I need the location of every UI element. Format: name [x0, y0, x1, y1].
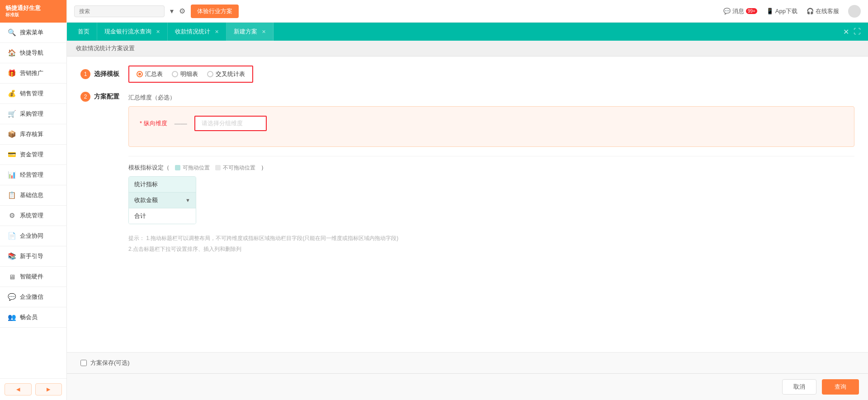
sidebar-item-enterprise-wechat[interactable]: 💬 企业微信 — [0, 287, 66, 307]
template-options: 汇总表 明细表 交叉统计表 — [128, 66, 253, 83]
chart-icon: 📊 — [7, 170, 16, 179]
tabbar: 首页 现金银行流水查询 ✕ 收款情况统计 ✕ 新建方案 ✕ ✕ ⛶ — [67, 23, 868, 41]
legend-draggable: 可拖动位置 — [175, 164, 210, 172]
sidebar-item-smart-hw[interactable]: 🖥 智能硬件 — [0, 267, 66, 287]
tabbar-actions: ✕ ⛶ — [843, 28, 864, 36]
stats-metric-row: 收款金额 ▼ — [129, 193, 196, 208]
metric-dropdown-icon[interactable]: ▼ — [185, 198, 190, 203]
sidebar-item-label: 系统管理 — [20, 212, 43, 220]
stats-header-label: 统计指标 — [134, 180, 158, 188]
search-menu-icon: 🔍 — [7, 28, 16, 37]
sidebar-item-label: 基础信息 — [20, 191, 43, 199]
message-icon: 💬 — [723, 8, 731, 14]
sidebar-item-sales[interactable]: 💰 销售管理 — [0, 84, 66, 104]
trial-btn[interactable]: 体验行业方案 — [191, 5, 239, 18]
main-content: ▾ ⚙ 体验行业方案 💬 消息 99+ 📱 App下载 🎧 在线客服 首页 — [67, 0, 868, 400]
topbar: ▾ ⚙ 体验行业方案 💬 消息 99+ 📱 App下载 🎧 在线客服 — [67, 0, 868, 23]
save-row: 方案保存(可选) — [67, 352, 868, 373]
step2-label: 方案配置 — [94, 92, 119, 101]
save-checkbox[interactable] — [80, 360, 87, 366]
sidebar-item-label: 企业微信 — [20, 293, 43, 301]
cancel-button[interactable]: 取消 — [782, 379, 816, 395]
monitor-icon: 🖥 — [7, 272, 16, 281]
sidebar-item-label: 畅会员 — [20, 313, 38, 321]
tab-bank-flow-close[interactable]: ✕ — [156, 29, 160, 35]
sidebar-item-finance[interactable]: 💳 资金管理 — [0, 145, 66, 165]
search-input[interactable] — [74, 5, 165, 17]
page-title: 收款情况统计方案设置 — [67, 41, 868, 56]
sidebar-item-operations[interactable]: 📊 经营管理 — [0, 165, 66, 185]
tab-bank-flow[interactable]: 现金银行流水查询 ✕ — [97, 23, 168, 41]
tab-close-window-icon[interactable]: ✕ — [843, 28, 849, 36]
notification-item[interactable]: 💬 消息 99+ — [723, 7, 757, 15]
sidebar-item-label: 智能硬件 — [20, 273, 43, 281]
tab-new-plan[interactable]: 新建方案 ✕ — [226, 23, 274, 41]
search-dropdown-icon[interactable]: ▾ — [170, 7, 174, 15]
tab-new-plan-label: 新建方案 — [234, 28, 257, 36]
sidebar-collapse-btn[interactable]: ◀ — [5, 383, 32, 395]
download-icon: 📱 — [766, 8, 774, 14]
user-avatar[interactable] — [848, 5, 861, 18]
sidebar-item-basic-info[interactable]: 📋 基础信息 — [0, 185, 66, 206]
doc-icon: 📄 — [7, 231, 16, 240]
headset-icon: 🎧 — [807, 8, 814, 14]
clipboard-icon: 📋 — [7, 191, 16, 200]
radio-summary-label: 汇总表 — [145, 70, 163, 78]
service-item[interactable]: 🎧 在线客服 — [807, 7, 839, 15]
tips-section: 提示： 1.拖动标题栏可以调整布局，不可跨维度或指标区域拖动栏目字段(只能在同一… — [128, 233, 854, 254]
topbar-right: 💬 消息 99+ 📱 App下载 🎧 在线客服 — [723, 5, 861, 18]
tab-collection-stats[interactable]: 收款情况统计 ✕ — [168, 23, 226, 41]
sidebar-item-enterprise-coop[interactable]: 📄 企业协同 — [0, 226, 66, 246]
service-label: 在线客服 — [816, 7, 839, 15]
radio-summary-circle — [137, 71, 143, 77]
app-name: 畅捷通好生意 — [5, 5, 41, 12]
sidebar-item-label: 库存核算 — [20, 130, 43, 138]
save-label: 方案保存(可选) — [90, 359, 130, 367]
sidebar-item-system[interactable]: ⚙ 系统管理 — [0, 206, 66, 226]
card-icon: 💳 — [7, 150, 16, 159]
legend-fixed-label: 不可拖动位置 — [223, 164, 255, 172]
tab-collection-stats-close[interactable]: ✕ — [215, 29, 219, 35]
sidebar-item-label: 采购管理 — [20, 110, 43, 118]
tab-new-plan-close[interactable]: ✕ — [262, 29, 266, 35]
footer-bar: 取消 查询 — [67, 373, 868, 400]
divider-1 — [128, 156, 854, 156]
sidebar-expand-btn[interactable]: ▶ — [35, 383, 62, 395]
content-area: 收款情况统计方案设置 1 选择模板 汇总表 明细表 — [67, 41, 868, 400]
tab-expand-icon[interactable]: ⛶ — [854, 28, 861, 36]
sidebar-item-purchase[interactable]: 🛒 采购管理 — [0, 104, 66, 124]
step1-label: 选择模板 — [94, 70, 119, 78]
sidebar-item-guide[interactable]: 📚 新手引导 — [0, 246, 66, 267]
sidebar-item-search-menu[interactable]: 🔍 搜索菜单 — [0, 23, 66, 43]
radio-summary[interactable]: 汇总表 — [137, 70, 163, 78]
download-item[interactable]: 📱 App下载 — [766, 7, 797, 15]
indicators-title-row: 模板指标设定（ 可拖动位置 不可拖动位置 ） — [128, 164, 854, 172]
sidebar-item-inventory[interactable]: 📦 库存核算 — [0, 124, 66, 145]
sidebar-item-member[interactable]: 👥 畅会员 — [0, 307, 66, 328]
radio-cross[interactable]: 交叉统计表 — [207, 70, 245, 78]
step1-row: 1 选择模板 汇总表 明细表 交叉统计表 — [80, 66, 854, 83]
metric-sub-label: 合计 — [134, 212, 146, 220]
sidebar-item-label: 新手引导 — [20, 252, 43, 260]
dimension-area: * 纵向维度 —— 请选择分组维度 — [128, 106, 854, 147]
notification-label: 消息 — [732, 7, 744, 15]
indicators-title-suffix: ） — [261, 164, 267, 172]
form-section: 1 选择模板 汇总表 明细表 交叉统计表 — [67, 56, 868, 352]
step2-content: 汇总维度（必选） * 纵向维度 —— 请选择分组维度 模板指标设定（ — [128, 94, 854, 254]
vertical-dimension-label: * 纵向维度 — [140, 119, 167, 127]
query-button[interactable]: 查询 — [822, 379, 859, 395]
legend-draggable-label: 可拖动位置 — [183, 164, 210, 172]
indicators-section: 模板指标设定（ 可拖动位置 不可拖动位置 ） — [128, 164, 854, 226]
step2-badge: 2 — [80, 92, 90, 102]
tab-home[interactable]: 首页 — [71, 23, 97, 41]
sidebar: 畅捷通好生意 标准版 🔍 搜索菜单 🏠 快捷导航 🎁 营销推广 💰 销售管理 🛒… — [0, 0, 67, 400]
tab-bank-flow-label: 现金银行流水查询 — [104, 28, 151, 36]
dimension-select[interactable]: 请选择分组维度 — [194, 116, 267, 131]
notification-badge: 99+ — [746, 8, 757, 14]
sidebar-item-quick-nav[interactable]: 🏠 快捷导航 — [0, 43, 66, 63]
money-icon: 💰 — [7, 89, 16, 98]
radio-detail[interactable]: 明细表 — [172, 70, 198, 78]
sidebar-item-marketing[interactable]: 🎁 营销推广 — [0, 63, 66, 84]
settings-icon[interactable]: ⚙ — [179, 7, 185, 15]
tab-home-label: 首页 — [78, 28, 90, 36]
